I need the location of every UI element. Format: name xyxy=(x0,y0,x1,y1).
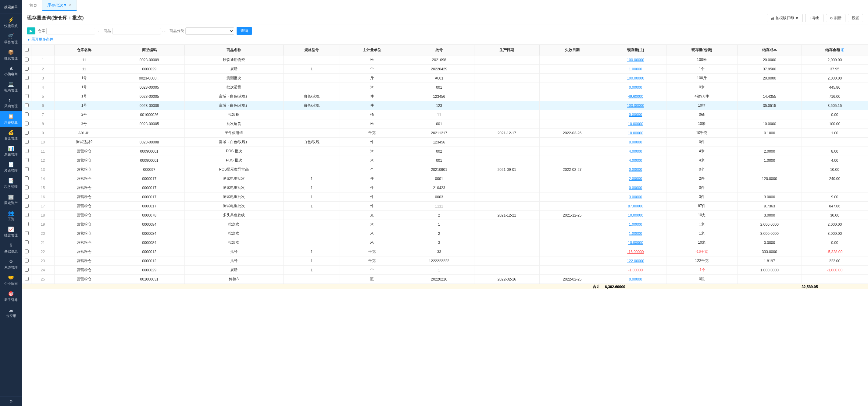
row-select-checkbox[interactable] xyxy=(25,167,29,171)
sidebar-item-label: 电商管理 xyxy=(4,88,18,93)
row-select-checkbox[interactable] xyxy=(25,140,29,144)
sidebar-item-tax[interactable]: 📑 税务管理 xyxy=(0,175,22,192)
sidebar-item-wholesale[interactable]: 📦 批发管理 xyxy=(0,47,22,63)
row-unit-cost: 14.4355 xyxy=(738,92,802,101)
row-batch-no: 1222222222 xyxy=(404,257,474,266)
row-select-checkbox[interactable] xyxy=(25,195,29,199)
tab-close-icon[interactable]: ✕ xyxy=(69,3,72,7)
row-select-checkbox[interactable] xyxy=(25,94,29,98)
row-select-checkbox[interactable] xyxy=(25,122,29,126)
row-qty-main[interactable]: 0.00000 xyxy=(605,110,666,120)
row-select-checkbox[interactable] xyxy=(25,231,29,235)
export-button[interactable]: ↑ 导出 xyxy=(805,14,824,22)
sidebar-item-mini-ecom[interactable]: 🛍 小脑电商 xyxy=(0,63,22,79)
sidebar-item-collab[interactable]: 🤝 企业协同 xyxy=(0,272,22,289)
row-select-checkbox[interactable] xyxy=(25,240,29,244)
sidebar-item-finance[interactable]: 💰 资金管理 xyxy=(0,127,22,143)
row-qty-main[interactable]: 0.00000 xyxy=(605,138,666,147)
row-qty-main[interactable]: 10.00000 xyxy=(605,211,666,220)
row-select-checkbox[interactable] xyxy=(25,67,29,71)
row-qty-main[interactable]: 0.00000 xyxy=(605,165,666,174)
sidebar-settings[interactable]: ⚙ xyxy=(0,397,22,406)
sidebar-item-invoice[interactable]: 🧾 发票管理 xyxy=(0,159,22,175)
row-select-checkbox[interactable] xyxy=(25,58,29,62)
row-qty-main[interactable]: 1.00000 xyxy=(605,220,666,229)
row-select-checkbox[interactable] xyxy=(25,222,29,226)
row-qty-main[interactable]: 0.00000 xyxy=(605,83,666,92)
sidebar-item-fixed-assets[interactable]: 🏢 固定资产 xyxy=(0,192,22,208)
sidebar-item-operations[interactable]: 📈 经营管理 xyxy=(0,224,22,240)
row-select-checkbox[interactable] xyxy=(25,149,29,153)
sidebar-item-hr[interactable]: 👥 工资 xyxy=(0,208,22,224)
row-select-checkbox[interactable] xyxy=(25,204,29,208)
row-select-checkbox[interactable] xyxy=(25,85,29,89)
expand-conditions-button[interactable]: ▼ 展开更多条件 xyxy=(27,37,863,42)
row-qty-main[interactable]: 2.00000 xyxy=(605,174,666,183)
row-num: 1 xyxy=(31,56,55,65)
row-qty-main[interactable]: 100.00000 xyxy=(605,56,666,65)
tab-inventory-batch[interactable]: 库存批次▼ ✕ xyxy=(42,0,77,11)
expand-collapse-button[interactable]: ▶ xyxy=(27,27,35,34)
row-qty-main[interactable]: 10.00000 xyxy=(605,238,666,247)
row-qty-main[interactable]: 3.00000 xyxy=(605,193,666,202)
row-qty-main[interactable]: 87.00000 xyxy=(605,202,666,211)
warehouse-input[interactable] xyxy=(46,28,95,34)
row-goods-name: POS显示案异常高 xyxy=(184,165,283,174)
row-qty-main[interactable]: 122.00000 xyxy=(605,257,666,266)
sidebar-item-label: 零售管理 xyxy=(4,40,18,44)
row-qty-main[interactable]: 4.00000 xyxy=(605,156,666,165)
search-button[interactable]: 查询 xyxy=(237,27,252,35)
row-select-checkbox[interactable] xyxy=(25,268,29,272)
sidebar-item-new-guide[interactable]: 🎯 新手引导 xyxy=(0,289,22,305)
sidebar-item-sys-mgmt[interactable]: ⚙ 系统管理 xyxy=(0,256,22,272)
sidebar-item-base-info[interactable]: ℹ 基础信息 xyxy=(0,240,22,256)
row-qty-main[interactable]: 0.00000 xyxy=(605,183,666,193)
row-qty-main[interactable]: 0.00000 xyxy=(605,275,666,284)
tab-home[interactable]: 首页 xyxy=(24,0,42,11)
row-checkbox xyxy=(22,129,31,138)
row-select-checkbox[interactable] xyxy=(25,76,29,80)
row-select-checkbox[interactable] xyxy=(25,277,29,281)
row-qty-main[interactable]: -1.00000 xyxy=(605,266,666,275)
row-unit: 米 xyxy=(340,147,404,156)
row-select-checkbox[interactable] xyxy=(25,176,29,180)
row-goods-code: 0000017 xyxy=(114,183,185,193)
row-qty-main[interactable]: 1.00000 xyxy=(605,229,666,238)
sidebar-item-ecom[interactable]: 💻 电商管理 xyxy=(0,79,22,95)
row-select-checkbox[interactable] xyxy=(25,131,29,135)
sidebar-item-purchase[interactable]: 🏷 采购管理 xyxy=(0,95,22,111)
row-select-checkbox[interactable] xyxy=(25,259,29,263)
batch-print-button[interactable]: 🖨 按模版打印 ▼ xyxy=(767,14,803,22)
row-qty-main[interactable]: 100.00000 xyxy=(605,101,666,110)
sidebar-item-general[interactable]: 📊 总账管理 xyxy=(0,143,22,159)
row-qty-main[interactable]: 1.00000 xyxy=(605,65,666,74)
row-select-checkbox[interactable] xyxy=(25,112,29,116)
row-qty-main[interactable]: 49.60000 xyxy=(605,92,666,101)
select-all-checkbox[interactable] xyxy=(25,48,29,52)
row-qty-main[interactable]: 10.00000 xyxy=(605,129,666,138)
sidebar-item-quick-nav[interactable]: ⚡ 快捷导航 xyxy=(0,14,22,31)
row-select-checkbox[interactable] xyxy=(25,158,29,162)
row-qty-main[interactable]: 4.00000 xyxy=(605,147,666,156)
sidebar-item-inventory[interactable]: 📋 库存核查 xyxy=(0,111,22,127)
row-select-checkbox[interactable] xyxy=(25,249,29,253)
settings-button[interactable]: 设置 xyxy=(848,14,863,22)
row-select-checkbox[interactable] xyxy=(25,185,29,190)
row-qty-main[interactable]: 100.00000 xyxy=(605,74,666,83)
row-select-checkbox[interactable] xyxy=(25,213,29,217)
table-row: 10 测试适货2 0023-00008 富域（白色/玫瑰） 白色/玫瑰 件 12… xyxy=(22,138,868,147)
category-select[interactable] xyxy=(185,27,234,35)
sidebar-item-retail[interactable]: 🛒 零售管理 xyxy=(0,31,22,47)
row-qty-stock: 10米 xyxy=(666,238,738,247)
goods-input[interactable] xyxy=(112,28,161,34)
sidebar-item-cloud[interactable]: ☁ 云应用 xyxy=(0,305,22,321)
row-select-checkbox[interactable] xyxy=(25,103,29,107)
refresh-button[interactable]: ↺ 刷新 xyxy=(826,14,845,22)
table-row: 7 2号 001000026 批次框 桶 11 0.00000 0桶 0.00 xyxy=(22,110,868,120)
info-icon[interactable]: ⓘ xyxy=(841,48,844,52)
row-unit-cost xyxy=(738,110,802,120)
row-total-amount: 9.00 xyxy=(802,193,868,202)
row-total-amount: 445.86 xyxy=(802,83,868,92)
row-qty-main[interactable]: 10.00000 xyxy=(605,120,666,129)
row-qty-main[interactable]: -16.00000 xyxy=(605,247,666,257)
